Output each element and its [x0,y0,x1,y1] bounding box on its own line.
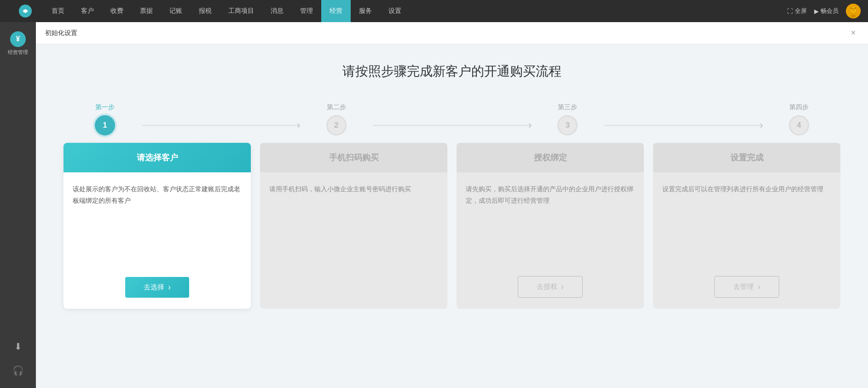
top-navigation: 首页 客户 收费 票据 记账 报税 工商项目 消息 管理 经营 服务 设置 ⛶ … [0,0,868,22]
sidebar-bottom-area: ⬇ 🎧 [8,336,28,388]
card1-header: 请选择客户 [64,143,251,172]
nav-manage[interactable]: 管理 [292,0,321,22]
nav-right-area: ⛶ 全屏 ▶ 畅会员 [787,4,861,18]
step3-label: 第三步 [558,103,577,112]
page-title: 初始化设置 [45,29,77,37]
nav-operation[interactable]: 经营 [321,0,351,22]
card1-footer: 去选择 › [64,270,251,309]
card3-header: 授权绑定 [457,143,644,172]
nav-customer[interactable]: 客户 [73,0,102,22]
manage-arrow-icon: › [758,282,760,292]
svg-point-6 [854,7,856,9]
headset-icon[interactable]: 🎧 [8,360,28,381]
connector3-arrow: › [760,120,763,130]
nav-business[interactable]: 工商项目 [220,0,262,22]
sidebar: ¥ 经营管理 ⬇ 🎧 [0,22,36,388]
card4-footer: 去管理 › [653,269,840,309]
select-arrow-icon: › [168,282,171,292]
cards-row: 请选择客户 该处展示的客户为不在回收站、客户状态正常建账后完成老板端绑定的所有客… [64,143,840,309]
nav-message[interactable]: 消息 [262,0,292,22]
nav-settings[interactable]: 设置 [380,0,410,22]
download-icon[interactable]: ⬇ [8,336,28,357]
step1-label: 第一步 [95,103,115,112]
card2-body: 请用手机扫码，输入小微企业主账号密码进行购买 [260,172,447,290]
nav-bookkeeping[interactable]: 记账 [161,0,191,22]
svg-point-5 [851,7,852,9]
nav-menu: 首页 客户 收费 票据 记账 报税 工商项目 消息 管理 经营 服务 设置 [43,0,787,22]
go-manage-button[interactable]: 去管理 › [714,276,779,298]
app-logo[interactable] [7,4,43,18]
card4-body: 设置完成后可以在管理列表进行所有企业用户的经营管理 [653,172,840,269]
card3-footer: 去授权 › [457,269,644,309]
nav-home[interactable]: 首页 [43,0,73,22]
step-card-4: 设置完成 设置完成后可以在管理列表进行所有企业用户的经营管理 去管理 › [653,143,840,309]
card4-header: 设置完成 [653,143,840,172]
step-card-1: 请选择客户 该处展示的客户为不在回收站、客户状态正常建账后完成老板端绑定的所有客… [64,143,251,309]
member-button[interactable]: ▶ 畅会员 [814,7,839,15]
nav-service[interactable]: 服务 [351,0,380,22]
sidebar-item-label: 经营管理 [8,49,28,56]
main-content: 初始化设置 × 请按照步骤完成新客户的开通购买流程 第一步 第二步 [36,22,868,388]
card1-body: 该处展示的客户为不在回收站、客户状态正常建账后完成老板端绑定的所有客户 [64,172,251,270]
close-button[interactable]: × [848,28,859,39]
fullscreen-button[interactable]: ⛶ 全屏 [787,7,807,15]
connector2-arrow: › [528,120,532,130]
member-icon: ▶ [814,8,819,15]
nav-ticket[interactable]: 票据 [132,0,161,22]
go-select-button[interactable]: 去选择 › [125,277,189,298]
page-header: 初始化设置 × [36,22,868,44]
step4-circle: 4 [789,115,809,135]
card2-header: 手机扫码购买 [260,143,447,172]
flow-title: 请按照步骤完成新客户的开通购买流程 [64,63,840,80]
nav-fee[interactable]: 收费 [102,0,132,22]
step1-circle: 1 [95,115,115,135]
authorize-arrow-icon: › [561,282,564,292]
content-area: 请按照步骤完成新客户的开通购买流程 第一步 第二步 [36,44,868,388]
avatar[interactable] [846,4,861,18]
step3-circle: 3 [557,115,578,135]
nav-tax[interactable]: 报税 [191,0,220,22]
step2-label: 第二步 [327,103,346,112]
step4-label: 第四步 [789,103,809,112]
go-authorize-button[interactable]: 去授权 › [518,276,583,298]
fullscreen-icon: ⛶ [787,8,793,15]
step-card-2: 手机扫码购买 请用手机扫码，输入小微企业主账号密码进行购买 [260,143,447,309]
step2-circle: 2 [326,115,347,135]
step-card-3: 授权绑定 请先购买，购买后选择开通的产品中的企业用户进行授权绑定，成功后即可进行… [457,143,644,309]
card3-body: 请先购买，购买后选择开通的产品中的企业用户进行授权绑定，成功后即可进行经营管理 [457,172,644,269]
svg-point-1 [24,10,27,12]
sidebar-item-operation[interactable]: ¥ 经营管理 [4,29,32,57]
connector1-arrow: › [297,120,300,130]
main-layout: ¥ 经营管理 ⬇ 🎧 初始化设置 × 请按照步骤完成新客户的开通购买流程 第 [0,22,868,388]
card2-footer [260,290,447,309]
operation-icon: ¥ [10,31,26,47]
